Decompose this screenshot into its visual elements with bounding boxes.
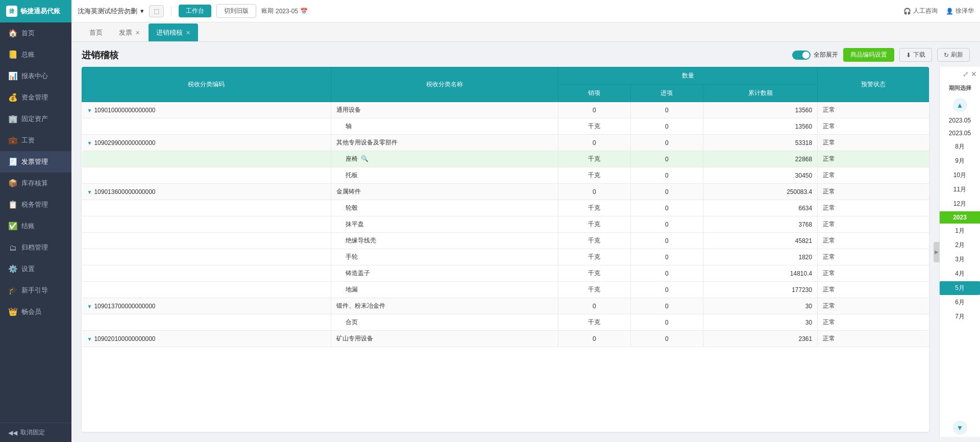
cell-sales: 0	[630, 265, 703, 282]
user-info[interactable]: 👤 徐泽华	[946, 7, 974, 15]
cell-status: 正常	[818, 331, 929, 347]
logo-icon: 捷	[6, 6, 17, 17]
period-item-5[interactable]: 5月	[940, 281, 980, 295]
tab-check-close[interactable]: ✕	[186, 30, 190, 36]
sidebar: 捷 畅捷通易代账 🏠首页📒总账📊报表中心💰资金管理🏢固定资产💼工资🧾发票管理📦库…	[0, 0, 71, 442]
period-item-4[interactable]: 4月	[940, 267, 980, 281]
cell-sales: 0	[630, 314, 703, 331]
period-item-8[interactable]: 8月	[940, 140, 980, 154]
payroll-icon: 💼	[8, 136, 17, 145]
panel-collapse-toggle[interactable]: ▶	[934, 242, 940, 262]
company-selector[interactable]: 沈海英测试经营勿删 ▾	[78, 7, 144, 16]
cell-code: ▼109010000000000000	[82, 102, 331, 118]
sidebar-item-settings[interactable]: ⚙️设置	[0, 258, 71, 280]
cell-sales: 0	[630, 249, 703, 265]
cell-cumulative: 3768	[703, 216, 817, 233]
expand-triangle[interactable]: ▼	[87, 304, 92, 309]
period-item-2[interactable]: 2月	[940, 238, 980, 252]
topbar: 沈海英测试经营勿删 ▾ ⬚ 工作台 切到旧版 账期 2023-05 📅 🎧 人工…	[71, 0, 980, 22]
cell-sales: 0	[630, 216, 703, 233]
chevron-down-icon[interactable]: ▾	[140, 7, 144, 15]
cell-cumulative: 14810.4	[703, 265, 817, 282]
sidebar-unpin[interactable]: ◀◀ 取消固定	[0, 423, 71, 442]
old-version-button[interactable]: 切到旧版	[216, 4, 256, 18]
cell-sales: 0	[558, 135, 630, 151]
cell-unit: 千克	[558, 233, 630, 249]
tab-home-label: 首页	[89, 28, 103, 37]
table-row: 绝缘导线壳 千克 0 45821 正常	[82, 233, 929, 249]
period-up-nav[interactable]: ▲	[953, 98, 967, 112]
cell-status: 正常	[818, 265, 929, 282]
period-item-6[interactable]: 6月	[940, 296, 980, 309]
support-button[interactable]: 🎧 人工咨询	[903, 7, 938, 15]
cell-status: 正常	[818, 135, 929, 151]
cell-status: 正常	[818, 118, 929, 135]
sidebar-item-ledger[interactable]: 📒总账	[0, 44, 71, 65]
sidebar-item-tax[interactable]: 📋税务管理	[0, 194, 71, 215]
product-code-button[interactable]: 商品编码设置	[843, 48, 894, 62]
period-down-nav[interactable]: ▼	[953, 421, 967, 435]
sidebar-item-inventory[interactable]: 📦库存核算	[0, 173, 71, 194]
period-item-2023-05-bot[interactable]: 2023.05	[940, 127, 980, 139]
expand-toggle[interactable]	[792, 51, 811, 60]
expand-triangle[interactable]: ▼	[87, 140, 92, 146]
panel-close-button[interactable]: ✕	[971, 70, 977, 78]
cell-purchase: 0	[630, 298, 703, 314]
table-row: ▼109020100000000000 矿山专用设备 0 0 2361 正常	[82, 331, 929, 347]
divider	[171, 6, 172, 16]
period-item-11[interactable]: 11月	[940, 183, 980, 197]
period-item-10[interactable]: 10月	[940, 168, 980, 182]
period-item-1[interactable]: 1月	[940, 224, 980, 238]
cell-name: 矿山专用设备	[331, 331, 558, 347]
table-row: 手轮 千克 0 1820 正常	[82, 249, 929, 265]
cell-code	[82, 265, 331, 282]
table-row: 座椅🔍 千克 0 22868 正常	[82, 151, 929, 167]
sidebar-item-archive[interactable]: 🗂归档管理	[0, 237, 71, 258]
download-button[interactable]: ⬇ 下载	[899, 48, 932, 62]
cell-unit: 千克	[558, 216, 630, 233]
sidebar-item-assets[interactable]: 🏢固定资产	[0, 108, 71, 130]
cell-purchase: 0	[630, 135, 703, 151]
workbench-button[interactable]: 工作台	[179, 5, 211, 17]
cell-cumulative: 30	[703, 314, 817, 331]
tab-check[interactable]: 进销稽核 ✕	[149, 23, 198, 41]
tax-icon: 📋	[8, 200, 17, 209]
period-item-3[interactable]: 3月	[940, 253, 980, 266]
period-item-2023-05-top[interactable]: 2023.05	[940, 114, 980, 127]
expand-triangle[interactable]: ▼	[87, 336, 92, 342]
sidebar-item-reports[interactable]: 📊报表中心	[0, 65, 71, 87]
period-item-12[interactable]: 12月	[940, 197, 980, 211]
panel-expand-button[interactable]: ⤢	[963, 70, 969, 78]
home-icon: 🏠	[8, 29, 17, 38]
archive-button[interactable]: ⬚	[149, 5, 164, 17]
toggle-label: 全部展开	[814, 51, 838, 59]
sidebar-item-payroll[interactable]: 💼工资	[0, 130, 71, 151]
calendar-icon[interactable]: 📅	[300, 8, 308, 15]
cell-cumulative: 6634	[703, 200, 817, 216]
cell-purchase: 0	[630, 331, 703, 347]
settings-icon: ⚙️	[8, 264, 17, 274]
sidebar-item-settlement[interactable]: ✅结账	[0, 215, 71, 237]
cell-status: 正常	[818, 216, 929, 233]
period-item-7-bot[interactable]: 7月	[940, 310, 980, 324]
cell-cumulative: 177230	[703, 282, 817, 298]
tab-home[interactable]: 首页	[82, 23, 110, 41]
tab-invoice-close[interactable]: ✕	[135, 30, 140, 36]
period-item-9[interactable]: 9月	[940, 154, 980, 168]
tab-invoice[interactable]: 发票 ✕	[111, 23, 148, 41]
period-item-2023-year[interactable]: 2023	[940, 211, 980, 224]
sidebar-item-invoice[interactable]: 🧾发票管理	[0, 151, 71, 173]
cell-status: 正常	[818, 167, 929, 184]
archive-icon: 🗂	[8, 243, 17, 252]
period-label: 账期	[261, 7, 274, 15]
sidebar-item-home[interactable]: 🏠首页	[0, 22, 71, 44]
sidebar-item-guide[interactable]: 🎓新手引导	[0, 280, 71, 301]
cell-sales: 0	[558, 298, 630, 314]
vip-icon: 👑	[8, 307, 17, 316]
refresh-button[interactable]: ↻ 刷新	[937, 48, 970, 62]
expand-triangle[interactable]: ▼	[87, 189, 92, 195]
sidebar-item-funds[interactable]: 💰资金管理	[0, 87, 71, 108]
search-icon[interactable]: 🔍	[361, 155, 369, 162]
expand-triangle[interactable]: ▼	[87, 108, 92, 113]
sidebar-item-vip[interactable]: 👑畅会员	[0, 301, 71, 323]
